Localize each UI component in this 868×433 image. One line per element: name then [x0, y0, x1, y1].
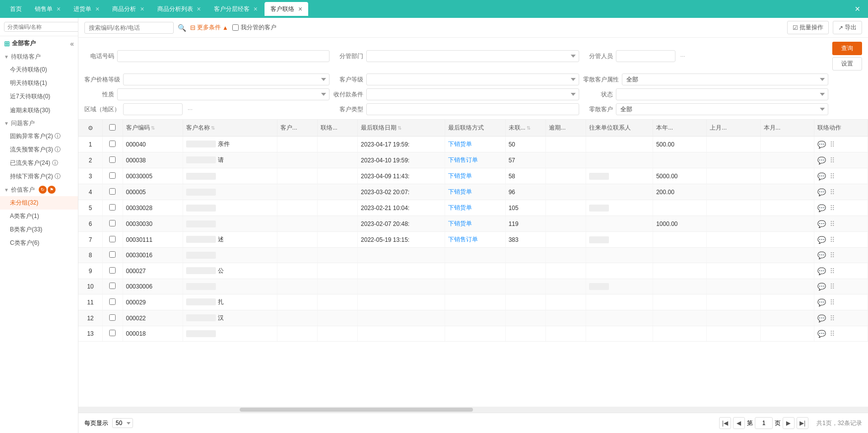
- sidebar-week-pending[interactable]: 近7天待联络(0): [0, 90, 78, 103]
- filter-search-icon[interactable]: 🔍: [178, 24, 186, 32]
- th-overdue[interactable]: 逾期...: [545, 120, 586, 137]
- row-checkbox[interactable]: [109, 314, 116, 321]
- my-customers-checkbox[interactable]: 我分管的客户: [232, 23, 276, 32]
- last-method-link[interactable]: 下销货单: [448, 204, 472, 211]
- cell-last-method[interactable]: 下销货单: [445, 184, 505, 200]
- last-method-link[interactable]: 下销货单: [448, 172, 472, 179]
- th-check[interactable]: [103, 120, 123, 137]
- nature-select[interactable]: [117, 88, 330, 100]
- tab-customer-segment[interactable]: 客户分层经客 ×: [208, 2, 264, 16]
- contact-action-icon[interactable]: 💬: [817, 156, 826, 164]
- row-checkbox[interactable]: [109, 204, 116, 211]
- contact-action-icon[interactable]: 💬: [817, 141, 826, 148]
- sidebar-abnormal[interactable]: 固购异常客户(2) ⓘ: [0, 130, 78, 143]
- more-action-icon[interactable]: ⠿: [830, 188, 835, 196]
- cell-check[interactable]: [103, 279, 123, 294]
- cell-check[interactable]: [103, 137, 123, 152]
- query-btn[interactable]: 查询: [832, 42, 862, 55]
- contact-action-icon[interactable]: 💬: [817, 283, 826, 290]
- th-this-month[interactable]: 本月...: [760, 120, 814, 137]
- tab-home[interactable]: 首页: [4, 2, 28, 16]
- more-action-icon[interactable]: ⠿: [830, 251, 835, 259]
- sidebar-value-group[interactable]: ▼ 价值客户 ↻ ⚑: [0, 184, 78, 196]
- sidebar-churn-risk[interactable]: 流失预警客户(3) ⓘ: [0, 143, 78, 156]
- select-all-checkbox[interactable]: [109, 124, 116, 131]
- more-action-icon[interactable]: ⠿: [830, 172, 835, 180]
- last-method-link[interactable]: 下销货单: [448, 188, 472, 195]
- more-action-icon[interactable]: ⠿: [830, 283, 835, 290]
- sidebar-collapse-btn[interactable]: «: [70, 40, 74, 48]
- cell-last-method[interactable]: 下销售订单: [445, 152, 505, 168]
- more-action-icon[interactable]: ⠿: [830, 298, 835, 306]
- tab-purchase-close[interactable]: ×: [95, 5, 99, 13]
- manager-input[interactable]: [616, 50, 675, 62]
- batch-ops-btn[interactable]: ☑ 批量操作: [787, 21, 829, 34]
- cell-last-method[interactable]: 下销货单: [445, 168, 505, 184]
- sidebar-overdue-pending[interactable]: 逾期未联络(30): [0, 104, 78, 117]
- row-checkbox[interactable]: [109, 267, 116, 274]
- th-contact[interactable]: 联络...: [317, 120, 357, 137]
- cell-check[interactable]: [103, 326, 123, 342]
- sidebar-group-a[interactable]: A类客户(1): [0, 210, 78, 223]
- more-action-icon[interactable]: ⠿: [830, 236, 835, 244]
- customer-type-input[interactable]: [366, 103, 579, 115]
- tab-sales-close[interactable]: ×: [57, 5, 61, 13]
- th-this-year[interactable]: 本年...: [653, 120, 707, 137]
- sidebar-problem-group[interactable]: ▼ 问题客户: [0, 117, 78, 130]
- horizontal-scrollbar[interactable]: [84, 408, 862, 412]
- sidebar-group-b[interactable]: B类客户(33): [0, 223, 78, 236]
- contact-action-icon[interactable]: 💬: [817, 330, 826, 338]
- last-page-btn[interactable]: ▶|: [797, 417, 808, 429]
- contact-action-icon[interactable]: 💬: [817, 267, 826, 275]
- customer-level-select[interactable]: [366, 73, 579, 85]
- per-page-select[interactable]: 50: [112, 418, 133, 428]
- payment-select[interactable]: [366, 88, 579, 100]
- row-checkbox[interactable]: [109, 298, 116, 305]
- window-close-btn[interactable]: ×: [851, 4, 864, 14]
- area-input[interactable]: [123, 103, 183, 115]
- row-checkbox[interactable]: [109, 236, 116, 242]
- row-checkbox[interactable]: [109, 283, 116, 289]
- dept-select[interactable]: [366, 50, 579, 62]
- sidebar-lost[interactable]: 已流失客户(24) ⓘ: [0, 156, 78, 170]
- last-method-link[interactable]: 下销售订单: [448, 156, 478, 163]
- reset-btn[interactable]: 设置: [832, 57, 862, 71]
- cell-check[interactable]: [103, 232, 123, 248]
- more-action-icon[interactable]: ⠿: [830, 314, 835, 322]
- cell-check[interactable]: [103, 248, 123, 263]
- row-checkbox[interactable]: [109, 251, 116, 258]
- tab-analysis-list-close[interactable]: ×: [197, 5, 201, 13]
- row-checkbox[interactable]: [109, 188, 116, 195]
- row-checkbox[interactable]: [109, 141, 116, 147]
- tab-customer-segment-close[interactable]: ×: [254, 5, 258, 13]
- last-method-link[interactable]: 下销售订单: [448, 236, 478, 243]
- cell-check[interactable]: [103, 310, 123, 326]
- status-select[interactable]: [616, 88, 828, 100]
- cell-last-method[interactable]: 下销货单: [445, 200, 505, 216]
- cell-last-method[interactable]: 下销售订单: [445, 232, 505, 248]
- th-no-contact[interactable]: 未联...⇅: [505, 120, 545, 137]
- page-number-input[interactable]: [755, 417, 773, 429]
- th-last-method[interactable]: 最后联络方式: [445, 120, 505, 137]
- last-method-link[interactable]: 下销货单: [448, 141, 472, 147]
- last-method-link[interactable]: 下销货单: [448, 220, 472, 227]
- price-level-select[interactable]: [123, 73, 330, 85]
- phone-input[interactable]: [117, 50, 330, 62]
- tab-analysis[interactable]: 商品分析 ×: [106, 2, 150, 16]
- cell-check[interactable]: [103, 184, 123, 200]
- area-more-icon[interactable]: ···: [188, 106, 193, 113]
- prev-page-btn[interactable]: ◀: [733, 417, 745, 429]
- contact-action-icon[interactable]: 💬: [817, 188, 826, 196]
- contact-action-icon[interactable]: 💬: [817, 298, 826, 306]
- contact-action-icon[interactable]: 💬: [817, 251, 826, 259]
- cell-check[interactable]: [103, 263, 123, 279]
- tab-sales[interactable]: 销售单 ×: [29, 2, 67, 16]
- th-last-date[interactable]: 最后联络日期⇅: [358, 120, 445, 137]
- tab-analysis-close[interactable]: ×: [140, 5, 144, 13]
- row-checkbox[interactable]: [109, 330, 116, 336]
- retail-customer-select[interactable]: 全部: [616, 103, 828, 115]
- export-btn[interactable]: ↗ 导出: [833, 21, 862, 34]
- more-action-icon[interactable]: ⠿: [830, 141, 835, 148]
- scrollbar-thumb[interactable]: [240, 408, 473, 412]
- more-conditions-btn[interactable]: ⊟ 更多条件 ▲: [190, 23, 228, 32]
